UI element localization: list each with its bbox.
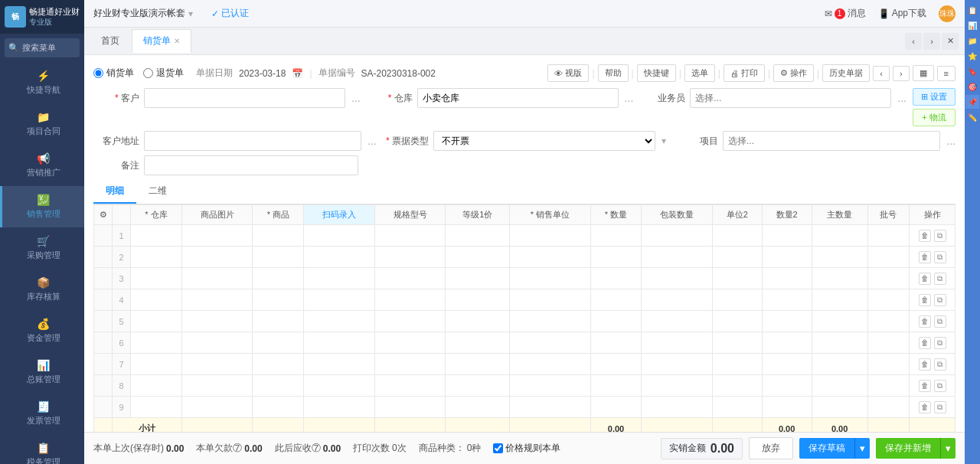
row-spec[interactable] [374, 354, 445, 375]
row-spec[interactable] [374, 247, 445, 268]
row-unit[interactable] [510, 289, 590, 311]
row-unit[interactable] [510, 225, 590, 247]
row-warehouse[interactable] [131, 268, 182, 289]
row-main-qty[interactable] [812, 289, 867, 311]
right-panel-btn-8[interactable]: ✏️ [965, 110, 979, 124]
row-qty[interactable] [590, 289, 642, 311]
row-scan[interactable] [304, 375, 374, 397]
row-goods[interactable] [253, 247, 304, 268]
customer-input[interactable] [144, 88, 345, 108]
row-copy-icon[interactable]: ⧉ [934, 251, 946, 263]
row-delete-icon[interactable]: 🗑 [919, 358, 931, 371]
toolbar-shortcut-btn[interactable]: 快捷键 [637, 64, 676, 82]
row-main-qty[interactable] [812, 332, 867, 354]
row-unit2[interactable] [712, 311, 762, 332]
sidebar-item-purchase[interactable]: 🛒 采购管理 [0, 227, 84, 269]
tab-close-icon[interactable]: ✕ [174, 37, 180, 45]
row-price[interactable] [446, 268, 510, 289]
row-copy-icon[interactable]: ⧉ [934, 401, 946, 413]
row-batch[interactable] [867, 332, 909, 354]
row-scan[interactable] [304, 354, 374, 375]
row-spec[interactable] [374, 225, 445, 247]
row-img[interactable] [181, 225, 252, 247]
row-goods[interactable] [253, 354, 304, 375]
row-price[interactable] [446, 225, 510, 247]
save-new-arrow-button[interactable]: ▾ [940, 438, 956, 459]
note-input[interactable] [144, 155, 358, 175]
row-batch[interactable] [867, 268, 909, 289]
row-qty2[interactable] [762, 268, 812, 289]
row-unit2[interactable] [712, 397, 762, 418]
tab-home[interactable]: 首页 [90, 30, 130, 52]
row-scan[interactable] [304, 397, 374, 418]
radio-sale[interactable]: 销货单 [93, 67, 134, 80]
row-main-qty[interactable] [812, 311, 867, 332]
row-warehouse[interactable] [131, 225, 182, 247]
row-copy-icon[interactable]: ⧉ [934, 337, 946, 349]
company-selector[interactable]: 好业财专业版演示帐套 ▾ [93, 7, 193, 20]
row-unit[interactable] [510, 247, 590, 268]
right-panel-btn-4[interactable]: ⭐ [965, 49, 979, 63]
row-unit[interactable] [510, 332, 590, 354]
tab-prev-button[interactable]: ‹ [905, 33, 922, 50]
customer-picker-icon[interactable]: ... [351, 92, 361, 104]
row-batch[interactable] [867, 354, 909, 375]
row-copy-icon[interactable]: ⧉ [934, 294, 946, 306]
row-scan[interactable] [304, 247, 374, 268]
row-qty[interactable] [590, 247, 642, 268]
tab-next-button[interactable]: › [923, 33, 940, 50]
user-avatar-button[interactable]: 珠珠 [939, 5, 956, 22]
tab-detail[interactable]: 明细 [93, 180, 136, 204]
app-download-button[interactable]: 📱 App下载 [878, 7, 926, 20]
row-delete-icon[interactable]: 🗑 [919, 380, 931, 392]
row-spec[interactable] [374, 289, 445, 311]
row-pack-qty[interactable] [642, 289, 712, 311]
row-batch[interactable] [867, 289, 909, 311]
row-delete-icon[interactable]: 🗑 [919, 273, 931, 285]
row-unit[interactable] [510, 375, 590, 397]
row-batch[interactable] [867, 311, 909, 332]
row-unit2[interactable] [712, 247, 762, 268]
toolbar-prev-btn[interactable]: ‹ [873, 66, 890, 81]
save-draft-arrow-button[interactable]: ▾ [854, 438, 870, 459]
row-qty2[interactable] [762, 311, 812, 332]
row-scan[interactable] [304, 289, 374, 311]
tab-sales-order[interactable]: 销货单 ✕ [132, 29, 191, 53]
row-spec[interactable] [374, 397, 445, 418]
row-spec[interactable] [374, 375, 445, 397]
row-price[interactable] [446, 354, 510, 375]
row-price[interactable] [446, 311, 510, 332]
row-qty2[interactable] [762, 225, 812, 247]
row-warehouse[interactable] [131, 311, 182, 332]
row-qty[interactable] [590, 332, 642, 354]
row-batch[interactable] [867, 397, 909, 418]
sidebar-item-invoice[interactable]: 🧾 发票管理 [0, 393, 84, 434]
row-qty2[interactable] [762, 247, 812, 268]
row-goods[interactable] [253, 225, 304, 247]
sidebar-item-sales[interactable]: 💹 销售管理 [0, 186, 84, 227]
right-panel-btn-5[interactable]: 🔖 [965, 64, 979, 78]
radio-return[interactable]: 退货单 [143, 67, 184, 80]
settings-action-btn[interactable]: ⊞ 设置 [913, 88, 956, 106]
address-picker-icon[interactable]: ... [368, 135, 377, 147]
toolbar-history-btn[interactable]: 历史单据 [822, 64, 870, 82]
row-price[interactable] [446, 289, 510, 311]
warehouse-picker-icon[interactable]: ... [625, 92, 634, 104]
tab-2d[interactable]: 二维 [136, 180, 179, 204]
row-delete-icon[interactable]: 🗑 [919, 230, 931, 242]
search-menu-button[interactable]: 🔍 搜索菜单 [5, 38, 80, 57]
row-pack-qty[interactable] [642, 268, 712, 289]
project-input[interactable] [723, 131, 940, 151]
row-qty2[interactable] [762, 375, 812, 397]
row-copy-icon[interactable]: ⧉ [934, 273, 946, 285]
radio-return-input[interactable] [143, 68, 153, 78]
radio-sale-input[interactable] [93, 68, 103, 78]
row-qty[interactable] [590, 397, 642, 418]
row-main-qty[interactable] [812, 354, 867, 375]
row-price[interactable] [446, 332, 510, 354]
row-goods[interactable] [253, 268, 304, 289]
row-unit[interactable] [510, 397, 590, 418]
row-unit2[interactable] [712, 354, 762, 375]
sidebar-item-funds[interactable]: 💰 资金管理 [0, 310, 84, 351]
right-panel-btn-7[interactable]: 📌 [965, 95, 979, 109]
